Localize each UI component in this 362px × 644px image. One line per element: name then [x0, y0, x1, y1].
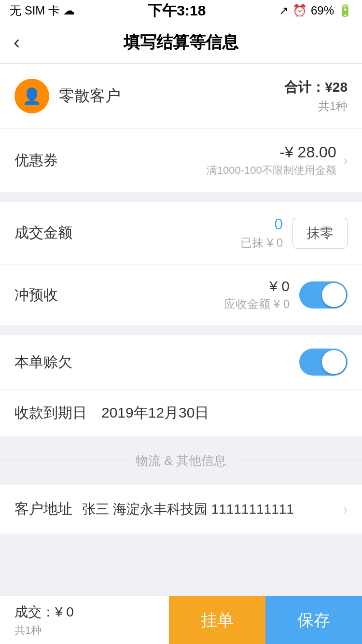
due-date-row: 收款到期日 2019年12月30日 [0, 389, 362, 436]
location-icon: ↗ [279, 4, 289, 17]
main-content: 👤 零散客户 合计：¥28 共1种 优惠券 -¥ 28.00 满1000-100… [0, 64, 362, 591]
deal-amount-sub: 已抹 ¥ 0 [240, 235, 283, 251]
customer-left: 👤 零散客户 [14, 79, 121, 113]
coupon-label: 优惠券 [14, 151, 58, 170]
coupon-row[interactable]: 优惠券 -¥ 28.00 满1000-100不限制使用金额 › [0, 128, 362, 192]
divider-text: 物流 & 其他信息 [126, 452, 236, 469]
ben-shan-label: 本单赊欠 [14, 352, 72, 372]
avatar: 👤 [14, 79, 49, 113]
status-right: ↗ ⏰ 69% 🔋 [279, 4, 352, 17]
address-chevron-icon: › [343, 502, 348, 517]
bottom-deal-label: 成交：¥ 0 [14, 603, 154, 621]
coupon-discount: -¥ 28.00 [207, 143, 336, 161]
status-bar: 无 SIM 卡 ☁ 下午3:18 ↗ ⏰ 69% 🔋 [0, 0, 362, 21]
chong-yushou-row: 冲预收 ¥ 0 应收金额 ¥ 0 [0, 265, 362, 325]
toggle-knob-2 [322, 350, 346, 374]
bottom-bar: 成交：¥ 0 共1种 挂单 保存 [0, 596, 362, 644]
bottom-deal-value: ¥ 0 [55, 604, 74, 619]
alarm-icon: ⏰ [292, 4, 307, 17]
address-label: 客户地址 [14, 499, 72, 519]
total-count: 共1种 [284, 98, 348, 114]
ben-shan-section: 本单赊欠 收款到期日 2019年12月30日 [0, 335, 362, 436]
gap-1 [0, 192, 362, 202]
due-date-value: 2019年12月30日 [101, 403, 209, 423]
ben-shan-toggle[interactable] [299, 349, 348, 376]
sim-status: 无 SIM 卡 ☁ [10, 3, 75, 18]
deal-amount-label: 成交金额 [14, 223, 72, 243]
back-button[interactable]: ‹ [14, 31, 20, 53]
status-left: 无 SIM 卡 ☁ [10, 3, 75, 18]
bottom-deal-text: 成交： [14, 604, 55, 619]
coupon-desc: 满1000-100不限制使用金额 [207, 163, 336, 178]
chong-yushou-value: ¥ 0 [224, 278, 290, 294]
toggle-knob [322, 283, 346, 307]
bottom-count: 共1种 [14, 623, 154, 638]
due-date-label: 收款到期日 [14, 403, 87, 423]
nav-bar: ‹ 填写结算等信息 [0, 21, 362, 64]
customer-row: 👤 零散客户 合计：¥28 共1种 [0, 64, 362, 128]
customer-name: 零散客户 [59, 85, 121, 107]
deal-amount-row: 成交金额 0 已抹 ¥ 0 抹零 [0, 202, 362, 265]
gap-3 [0, 436, 362, 446]
ben-shan-row: 本单赊欠 [0, 335, 362, 389]
status-time: 下午3:18 [148, 1, 206, 21]
address-value: 张三 海淀永丰科技园 11111111111 [82, 500, 338, 518]
address-section: 客户地址 张三 海淀永丰科技园 11111111111 › [0, 485, 362, 533]
chong-yushou-sub: 应收金额 ¥ 0 [224, 296, 290, 312]
gap-4 [0, 475, 362, 485]
deal-amount-value: 0 [240, 215, 283, 233]
page-title: 填写结算等信息 [124, 31, 238, 54]
avatar-icon: 👤 [22, 87, 42, 105]
gap-2 [0, 325, 362, 335]
bottom-info: 成交：¥ 0 共1种 [0, 603, 169, 638]
chong-yushou-label: 冲预收 [14, 285, 58, 305]
hang-button[interactable]: 挂单 [169, 596, 265, 644]
total-amount: 合计：¥28 [284, 78, 348, 97]
battery-level: 69% [311, 4, 334, 17]
logistics-divider: 物流 & 其他信息 [0, 446, 362, 475]
deal-amount-right: 0 已抹 ¥ 0 抹零 [240, 215, 348, 251]
round-zero-button[interactable]: 抹零 [292, 218, 348, 249]
coupon-right: -¥ 28.00 满1000-100不限制使用金额 › [207, 143, 348, 178]
chong-yushou-right: ¥ 0 应收金额 ¥ 0 [224, 278, 348, 312]
save-button[interactable]: 保存 [265, 596, 362, 644]
deal-amount-section: 成交金额 0 已抹 ¥ 0 抹零 冲预收 ¥ 0 应收金额 ¥ 0 [0, 202, 362, 325]
chong-yushou-toggle[interactable] [299, 281, 348, 308]
customer-section: 👤 零散客户 合计：¥28 共1种 优惠券 -¥ 28.00 满1000-100… [0, 64, 362, 192]
address-row[interactable]: 客户地址 张三 海淀永丰科技园 11111111111 › [0, 485, 362, 533]
battery-icon: 🔋 [338, 4, 352, 17]
coupon-chevron-icon: › [343, 153, 348, 168]
customer-total: 合计：¥28 共1种 [284, 78, 348, 114]
